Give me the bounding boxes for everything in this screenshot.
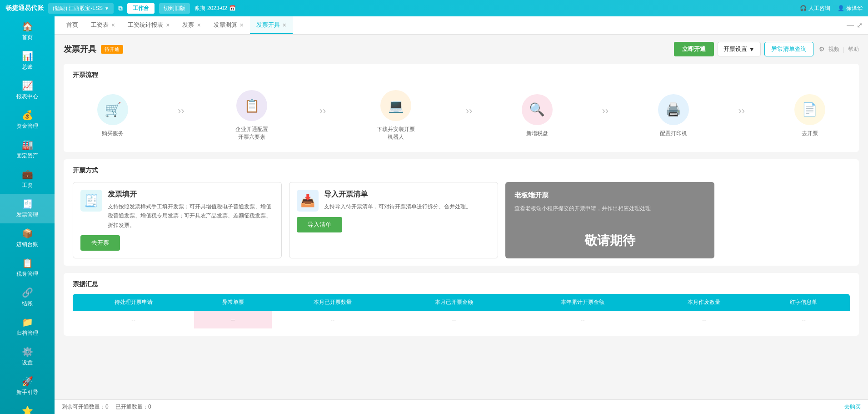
flow-arrow-3: ››	[466, 105, 473, 117]
sidebar-item-ledger[interactable]: 📊 总账	[0, 46, 55, 76]
import-invoice-icon: 📥	[297, 190, 319, 212]
flow-arrow-1: ››	[178, 105, 185, 117]
sidebar-item-salary[interactable]: 💼 工资	[0, 164, 55, 194]
copy-icon[interactable]: ⧉	[118, 5, 123, 12]
finance-icon: 💰	[22, 110, 33, 121]
sidebar: 🏠 首页 📊 总账 📈 报表中心 💰 资金管理 🏭 固定资产 💼 工资 🧾 发票…	[0, 16, 55, 414]
sidebar-item-close[interactable]: 🔗 结账	[0, 283, 55, 312]
close-tab-invoice[interactable]: ×	[197, 21, 200, 29]
flow-title: 开票流程	[73, 71, 850, 79]
col-month-amount: 本月已开票金额	[393, 294, 514, 311]
flow-label-1: 购买服务	[102, 130, 124, 137]
period-label: 账期	[195, 5, 205, 12]
sidebar-item-finance[interactable]: 💰 资金管理	[0, 105, 55, 135]
remaining-count: 剩余可开通数量：0	[62, 404, 109, 410]
sidebar-item-purchase[interactable]: 📦 进销台账	[0, 223, 55, 253]
flow-label-3: 下载并安装开票机器人	[375, 126, 416, 141]
tab-invoice-calc[interactable]: 发票测算 ×	[207, 16, 250, 34]
archive-icon: 📁	[22, 317, 33, 328]
logo: 畅捷通易代账	[5, 4, 44, 12]
method-card-boss: 老板端开票 查看老板端小程序提交的开票申请，并作出相应处理处理 敬请期待	[505, 182, 714, 258]
switch-version-button[interactable]: 切到旧版	[159, 3, 190, 14]
tab-salary-stats[interactable]: 工资统计报表 ×	[121, 16, 176, 34]
val-month-count: --	[272, 311, 393, 328]
flow-icon-download: 💻	[380, 90, 411, 121]
help-label[interactable]: 帮助	[848, 45, 859, 53]
sidebar-item-assets[interactable]: 🏭 固定资产	[0, 135, 55, 164]
settings-icon: ⚙️	[22, 346, 33, 357]
close-tab-invoice-calc[interactable]: ×	[240, 21, 244, 29]
opened-count: 已开通数量：0	[115, 404, 151, 410]
val-year-amount: --	[515, 311, 651, 328]
flow-icon-config: 📋	[236, 90, 267, 121]
sidebar-item-settings[interactable]: ⚙️ 设置	[0, 342, 55, 371]
col-void-count: 本月作废数量	[651, 294, 758, 311]
close-tab-salary[interactable]: ×	[111, 21, 115, 29]
flow-icon-printer: 🖨️	[658, 94, 689, 125]
period-value[interactable]: 2023-02	[207, 5, 227, 11]
col-year-amount: 本年累计开票金额	[515, 294, 651, 311]
sidebar-item-reports[interactable]: 📈 报表中心	[0, 76, 55, 105]
chevron-down-icon: ▼	[105, 6, 109, 11]
flow-step-5: 🖨️ 配置打印机	[658, 94, 689, 137]
go-issue-button[interactable]: 去开票	[80, 235, 120, 251]
flow-arrow-2: ››	[319, 105, 326, 117]
flow-steps: 🛒 购买服务 ›› 📋 企业开通配置开票六要素 ›› 💻 下载并安装开票机器人 …	[73, 86, 850, 145]
flow-step-1: 🛒 购买服务	[97, 94, 128, 137]
val-month-amount: --	[393, 311, 514, 328]
minimize-icon[interactable]: —	[847, 21, 854, 30]
home-icon: 🏠	[22, 21, 33, 32]
ticket-settings-button[interactable]: 开票设置 ▼	[718, 42, 761, 56]
divider: |	[843, 46, 844, 53]
flow-icon-issue: 📄	[794, 94, 825, 125]
sidebar-item-home[interactable]: 🏠 首页	[0, 16, 55, 46]
workstation-button[interactable]: 工作台	[127, 3, 155, 14]
boss-card-title: 老板端开票	[514, 191, 705, 200]
maximize-icon[interactable]: ⤢	[857, 21, 863, 30]
methods-title: 开票方式	[73, 167, 850, 175]
tax-icon: 📋	[22, 257, 33, 268]
val-void-count: --	[651, 311, 758, 328]
buy-link[interactable]: 去购买	[844, 403, 861, 411]
assets-icon: 🏭	[22, 139, 33, 150]
val-red-info: --	[758, 311, 850, 328]
guide-icon: 🚀	[22, 376, 33, 387]
headset-icon: 🎧	[800, 5, 807, 11]
tab-salary[interactable]: 工资表 ×	[85, 16, 121, 34]
open-now-button[interactable]: 立即开通	[674, 42, 714, 56]
flow-icon-tax: 🔍	[522, 94, 553, 125]
sidebar-item-guide[interactable]: 🚀 新手引导	[0, 371, 55, 401]
settings-gear-icon[interactable]: ⚙	[819, 45, 825, 53]
company-selector[interactable]: (勉励) 江西股宝-LSS ▼	[48, 3, 114, 14]
flow-step-6: 📄 去开票	[794, 94, 825, 137]
col-pending: 待处理开票申请	[73, 294, 194, 311]
col-red-info: 红字信息单	[758, 294, 850, 311]
flow-icon-buy: 🛒	[97, 94, 128, 125]
close-tab-salary-stats[interactable]: ×	[166, 21, 170, 29]
methods-section: 开票方式 🧾 发票填开 支持按照发票样式手工填开发票；可开具增值税电子普通发票、…	[64, 159, 859, 266]
tab-invoice[interactable]: 发票 ×	[176, 16, 207, 34]
tab-invoice-issue[interactable]: 发票开具 ×	[250, 16, 293, 34]
close-tab-invoice-issue[interactable]: ×	[283, 21, 286, 29]
import-list-button[interactable]: 导入清单	[297, 217, 342, 232]
bottom-bar: 剩余可开通数量：0 已开通数量：0 去购买	[55, 399, 868, 414]
sidebar-item-archive[interactable]: 📁 归档管理	[0, 312, 55, 342]
sidebar-item-vip[interactable]: ⭐ 畅会员	[0, 401, 55, 414]
sidebar-item-tax[interactable]: 📋 税务管理	[0, 253, 55, 283]
method-desc-import: 支持导入待开票清单，可对待开票清单进行拆分、合并处理。	[324, 202, 471, 211]
flow-label-4: 新增税盘	[526, 130, 548, 137]
video-label[interactable]: 视频	[828, 45, 839, 53]
reports-icon: 📈	[22, 80, 33, 91]
sidebar-item-invoice[interactable]: 🧾 发票管理	[0, 194, 55, 223]
ledger-icon: 📊	[22, 50, 33, 61]
flow-label-2: 企业开通配置开票六要素	[234, 126, 270, 141]
tab-home[interactable]: 首页	[60, 16, 85, 34]
user-profile[interactable]: 👤 徐泽华	[838, 5, 863, 12]
support-button[interactable]: 🎧 人工咨询	[800, 5, 830, 12]
calendar-icon[interactable]: 📅	[229, 5, 236, 11]
method-title-import: 导入开票清单	[324, 190, 471, 199]
val-anomaly[interactable]: --	[194, 311, 272, 328]
anomaly-query-button[interactable]: 异常清单查询	[764, 42, 813, 56]
val-pending[interactable]: --	[73, 311, 194, 328]
vip-icon: ⭐	[22, 405, 33, 414]
